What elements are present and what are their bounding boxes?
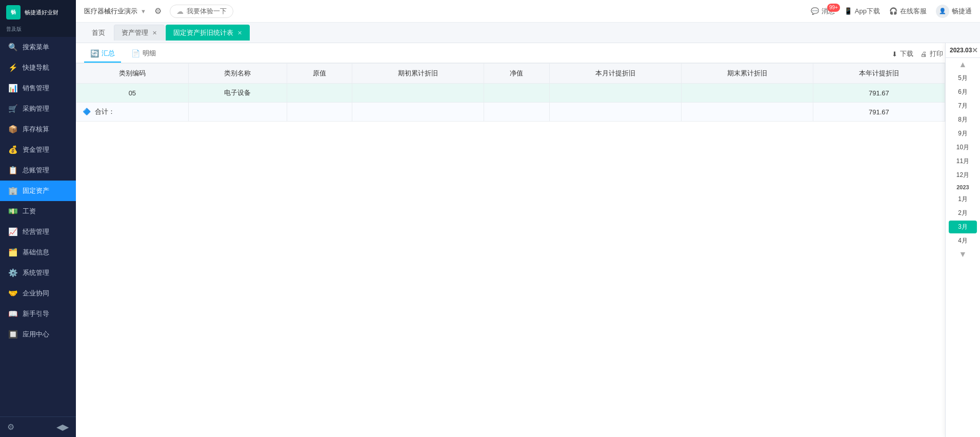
avatar: 👤	[936, 5, 949, 18]
date-month-prev-10[interactable]: 10月	[946, 141, 980, 154]
app-download-action[interactable]: 📱 App下载	[844, 7, 880, 16]
guide-icon: 📖	[8, 309, 17, 319]
total-annual: 791.67	[813, 103, 945, 122]
sidebar-item-label: 基础信息	[23, 248, 49, 257]
customer-service-label: 在线客服	[900, 7, 927, 16]
sidebar-item-appstore[interactable]: 🔲 应用中心	[0, 324, 76, 345]
date-month-prev-5[interactable]: 5月	[946, 71, 980, 85]
date-month-prev-7[interactable]: 7月	[946, 99, 980, 113]
date-month-4[interactable]: 4月	[946, 234, 980, 248]
sidebar-item-system[interactable]: ⚙️ 系统管理	[0, 263, 76, 283]
row-initial-accum	[352, 84, 484, 103]
operations-icon: 📈	[8, 227, 17, 236]
sidebar-nav: 🔍 搜索菜单 ⚡ 快捷导航 📊 销售管理 🛒 采购管理 📦 库存核算 💰 资金管…	[0, 37, 76, 416]
system-icon: ⚙️	[8, 268, 17, 277]
topbar-right: 💬 消息 99+ 📱 App下载 🎧 在线客服 👤 畅捷通	[811, 5, 972, 18]
date-month-1[interactable]: 1月	[946, 192, 980, 206]
total-row: 🔷 合计： 791.67	[76, 103, 945, 122]
ledger-icon: 📋	[8, 166, 17, 175]
collapse-sidebar-icon[interactable]: ◀▶	[56, 422, 69, 432]
cloud-icon: ☁	[176, 7, 184, 15]
sidebar-item-enterprise[interactable]: 🤝 企业协同	[0, 283, 76, 304]
tab-asset-mgmt-close-icon[interactable]: ✕	[152, 30, 157, 36]
sidebar: 畅 畅捷通好业财 普及版 🔍 搜索菜单 ⚡ 快捷导航 📊 销售管理 🛒 采购管理…	[0, 0, 76, 437]
row-monthly	[549, 84, 681, 103]
salary-icon: 💵	[8, 207, 17, 216]
print-button[interactable]: 🖨 打印	[921, 49, 943, 58]
sub-tab-detail-label: 明细	[143, 49, 156, 58]
tab-depreciation-close-icon[interactable]: ✕	[237, 30, 242, 36]
date-panel: 2023.03 ✕ ⤢ ▲ 5月 6月 7月 8月 9月 10月 11月 12月…	[945, 43, 980, 437]
col-net: 净值	[484, 64, 549, 84]
sales-icon: 📊	[8, 84, 17, 93]
inventory-icon: 📦	[8, 125, 17, 134]
sidebar-item-label: 固定资产	[23, 186, 49, 195]
enterprise-icon: 🤝	[8, 289, 17, 298]
table-row: 05 电子设备 791.67	[76, 84, 945, 103]
sidebar-item-sales[interactable]: 📊 销售管理	[0, 78, 76, 98]
company-arrow-icon: ▼	[141, 8, 146, 14]
sidebar-item-label: 采购管理	[23, 104, 49, 113]
col-code: 类别编码	[76, 64, 189, 84]
tab-asset-mgmt-label: 资产管理	[122, 28, 148, 37]
row-code: 05	[76, 84, 189, 103]
date-prev-nav[interactable]: ▲	[946, 58, 980, 71]
finance-icon: 💰	[8, 145, 17, 154]
tab-asset-mgmt[interactable]: 资产管理 ✕	[114, 25, 165, 41]
row-name: 电子设备	[188, 84, 287, 103]
date-month-prev-11[interactable]: 11月	[946, 154, 980, 168]
quicknav-icon: ⚡	[8, 63, 17, 72]
sidebar-item-basic[interactable]: 🗂️ 基础信息	[0, 242, 76, 263]
date-next-nav[interactable]: ▼	[946, 248, 980, 261]
date-panel-year-label: 2023.03	[950, 47, 972, 54]
date-month-prev-9[interactable]: 9月	[946, 127, 980, 141]
row-annual: 791.67	[813, 84, 945, 103]
app-icon: 📱	[844, 7, 852, 15]
search-icon: 🔍	[8, 43, 17, 52]
sidebar-item-quicknav[interactable]: ⚡ 快捷导航	[0, 57, 76, 78]
sub-tab-detail[interactable]: 📄 明细	[125, 45, 162, 63]
sidebar-item-inventory[interactable]: 📦 库存核算	[0, 119, 76, 140]
message-action[interactable]: 💬 消息 99+	[811, 7, 835, 16]
sidebar-item-finance[interactable]: 💰 资金管理	[0, 140, 76, 160]
date-month-prev-6[interactable]: 6月	[946, 85, 980, 99]
page-content: 🔄 汇总 📄 明细 ⬇ 下载 🖨 打印 ↻	[76, 43, 980, 437]
experience-button[interactable]: ☁ 我要体验一下	[170, 5, 233, 18]
purchase-icon: 🛒	[8, 104, 17, 113]
row-original	[287, 84, 352, 103]
date-month-prev-8[interactable]: 8月	[946, 113, 980, 127]
tab-depreciation-label: 固定资产折旧统计表	[173, 28, 233, 37]
sidebar-footer: ⚙ ◀▶	[0, 416, 76, 437]
date-month-prev-12[interactable]: 12月	[946, 168, 980, 182]
download-button[interactable]: ⬇ 下载	[892, 49, 913, 58]
sidebar-item-guide[interactable]: 📖 新手引导	[0, 304, 76, 324]
date-month-2[interactable]: 2月	[946, 206, 980, 220]
customer-service-action[interactable]: 🎧 在线客服	[889, 7, 927, 16]
sidebar-item-operations[interactable]: 📈 经营管理	[0, 222, 76, 242]
tab-home[interactable]: 首页	[84, 25, 113, 41]
sidebar-item-label: 企业协同	[23, 289, 49, 298]
settings-footer-icon[interactable]: ⚙	[7, 422, 14, 432]
sidebar-item-search[interactable]: 🔍 搜索菜单	[0, 37, 76, 57]
sidebar-item-label: 工资	[23, 207, 36, 216]
basic-icon: 🗂️	[8, 248, 17, 257]
col-period-end: 期末累计折旧	[681, 64, 813, 84]
tabs-bar: 首页 资产管理 ✕ 固定资产折旧统计表 ✕	[76, 23, 980, 43]
download-label: 下载	[900, 49, 913, 58]
total-initial-accum	[352, 103, 484, 122]
sidebar-item-label: 搜索菜单	[23, 43, 49, 52]
sub-tab-summary[interactable]: 🔄 汇总	[84, 45, 121, 63]
sidebar-item-purchase[interactable]: 🛒 采购管理	[0, 98, 76, 119]
sidebar-item-ledger[interactable]: 📋 总账管理	[0, 160, 76, 181]
sidebar-item-assets[interactable]: 🏢 固定资产	[0, 181, 76, 201]
experience-label: 我要体验一下	[187, 7, 227, 16]
date-panel-close-icon[interactable]: ✕	[972, 46, 978, 54]
user-action[interactable]: 👤 畅捷通	[936, 5, 972, 18]
company-selector[interactable]: 医疗器械行业演示 ▼	[84, 7, 146, 16]
tab-depreciation[interactable]: 固定资产折旧统计表 ✕	[166, 25, 250, 41]
logo-icon: 畅	[6, 5, 21, 19]
sidebar-item-label: 快捷导航	[23, 63, 49, 72]
sidebar-item-salary[interactable]: 💵 工资	[0, 201, 76, 222]
settings-icon[interactable]: ⚙	[154, 6, 162, 16]
date-month-3-current[interactable]: 3月	[949, 221, 977, 233]
